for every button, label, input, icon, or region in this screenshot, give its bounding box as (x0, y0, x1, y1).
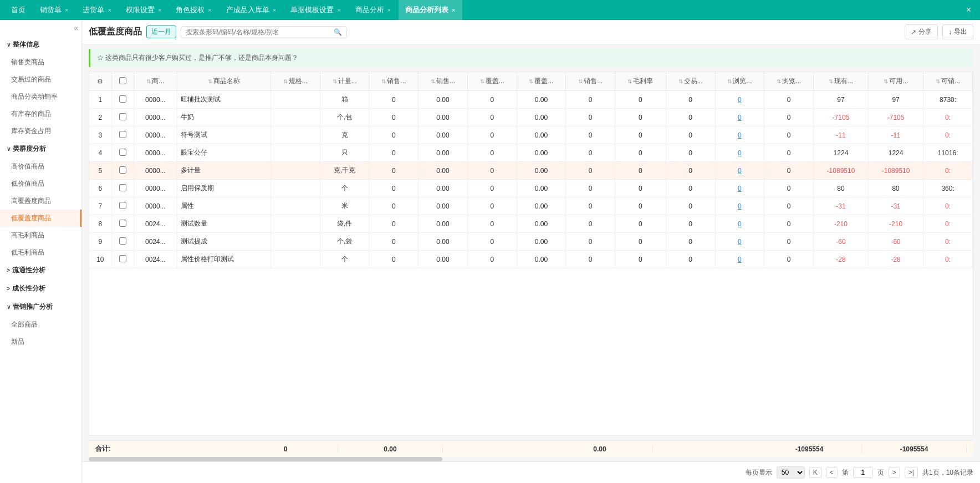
nav-close-icon[interactable]: × (108, 7, 111, 13)
row-select-checkbox[interactable] (119, 255, 126, 262)
export-btn[interactable]: ↓ 导出 (942, 24, 973, 39)
nav-item-商品分析列表[interactable]: 商品分析列表× (399, 0, 462, 20)
col-header-settings[interactable]: ⚙ (89, 72, 111, 91)
last-page-btn[interactable]: >| (905, 467, 918, 478)
row-select-checkbox[interactable] (119, 237, 126, 245)
scrollbar-thumb[interactable] (89, 457, 442, 461)
nav-item-进货单[interactable]: 进货单× (76, 0, 118, 20)
row-browse1[interactable]: 0 (715, 162, 764, 180)
row-checkbox[interactable] (111, 109, 134, 126)
row-select-checkbox[interactable] (119, 184, 126, 191)
next-page-btn[interactable]: > (889, 467, 900, 478)
col-header-browse2[interactable]: ⇅浏览... (764, 72, 814, 91)
select-all-checkbox[interactable] (119, 77, 126, 84)
row-checkbox[interactable] (111, 126, 134, 144)
first-page-btn[interactable]: K (809, 467, 821, 478)
row-select-checkbox[interactable] (119, 149, 126, 156)
nav-close-icon[interactable]: × (158, 7, 161, 13)
sidebar-collapse-btn[interactable]: « (0, 20, 81, 35)
prev-page-btn[interactable]: < (826, 467, 838, 478)
row-browse1[interactable]: 0 (715, 197, 764, 215)
nav-item-权限设置[interactable]: 权限设置× (119, 0, 168, 20)
sidebar-item-高价值商品[interactable]: 高价值商品 (0, 158, 81, 175)
sidebar-item-库存资金占用[interactable]: 库存资金占用 (0, 123, 81, 140)
row-browse1[interactable]: 0 (715, 233, 764, 251)
page-number-input[interactable] (853, 467, 873, 478)
sidebar-item-低价值商品[interactable]: 低价值商品 (0, 175, 81, 192)
col-header-sales_rate[interactable]: ⇅销售... (566, 72, 615, 91)
row-browse1[interactable]: 0 (715, 180, 764, 197)
sidebar-item-全部商品[interactable]: 全部商品 (0, 316, 81, 333)
page-size-select[interactable]: 2050100200 (777, 466, 805, 479)
row-select-checkbox[interactable] (119, 202, 126, 209)
filter-recent-month-btn[interactable]: 近一月 (146, 26, 176, 38)
sidebar-item-商品分类动销率[interactable]: 商品分类动销率 (0, 88, 81, 105)
row-checkbox[interactable] (111, 251, 134, 268)
nav-item-销货单[interactable]: 销货单× (33, 0, 75, 20)
nav-close-icon[interactable]: × (208, 7, 211, 13)
row-checkbox[interactable] (111, 233, 134, 251)
row-browse1[interactable]: 0 (715, 144, 764, 162)
table-wrapper[interactable]: ⚙⇅商...⇅商品名称⇅规格...⇅计量...⇅销售...⇅销售...⇅覆盖..… (89, 72, 973, 436)
nav-item-角色授权[interactable]: 角色授权× (169, 0, 218, 20)
col-header-trade[interactable]: ⇅交易... (666, 72, 715, 91)
row-browse1[interactable]: 0 (715, 126, 764, 144)
sidebar-item-新品[interactable]: 新品 (0, 333, 81, 350)
col-header-coverage1[interactable]: ⇅覆盖... (467, 72, 517, 91)
nav-close-icon[interactable]: × (387, 7, 391, 13)
row-browse1[interactable]: 0 (715, 215, 764, 233)
sidebar-item-高覆盖度商品[interactable]: 高覆盖度商品 (0, 192, 81, 210)
row-select-checkbox[interactable] (119, 113, 126, 120)
nav-item-商品分析[interactable]: 商品分析× (349, 0, 397, 20)
sidebar-item-有库存的商品[interactable]: 有库存的商品 (0, 105, 81, 123)
col-header-spec[interactable]: ⇅规格... (271, 72, 320, 91)
sidebar-item-低毛利商品[interactable]: 低毛利商品 (0, 244, 81, 261)
search-input[interactable] (186, 28, 331, 36)
sidebar-section-成长性分析[interactable]: >成长性分析 (0, 279, 81, 298)
sidebar-section-营销推广分析[interactable]: ∨营销推广分析 (0, 298, 81, 316)
share-btn[interactable]: ↗ 分享 (905, 24, 938, 39)
col-header-sales_amount[interactable]: ⇅销售... (418, 72, 468, 91)
row-checkbox[interactable] (111, 144, 134, 162)
row-browse1[interactable]: 0 (715, 91, 764, 109)
nav-item-首页[interactable]: 首页 (4, 0, 32, 20)
col-header-unit[interactable]: ⇅计量... (320, 72, 369, 91)
nav-close-icon[interactable]: × (65, 7, 68, 13)
horizontal-scrollbar[interactable] (89, 457, 973, 461)
sidebar-section-类群度分析[interactable]: ∨类群度分析 (0, 140, 81, 158)
row-checkbox[interactable] (111, 215, 134, 233)
col-header-saleable[interactable]: ⇅可销... (923, 72, 973, 91)
row-select-checkbox[interactable] (119, 131, 126, 138)
row-checkbox[interactable] (111, 197, 134, 215)
row-checkbox[interactable] (111, 180, 134, 197)
col-header-coverage2[interactable]: ⇅覆盖... (517, 72, 566, 91)
row-checkbox[interactable] (111, 91, 134, 109)
sidebar-item-交易过的商品[interactable]: 交易过的商品 (0, 71, 81, 88)
row-select-checkbox[interactable] (119, 166, 126, 174)
row-browse1[interactable]: 0 (715, 109, 764, 126)
row-select-checkbox[interactable] (119, 220, 126, 227)
nav-item-产成品入库单[interactable]: 产成品入库单× (220, 0, 283, 20)
settings-icon[interactable]: ⚙ (97, 78, 103, 85)
col-header-available_stock[interactable]: ⇅可用... (869, 72, 923, 91)
nav-close-icon[interactable]: × (452, 7, 455, 13)
search-icon[interactable]: 🔍 (334, 28, 342, 36)
col-header-code[interactable]: ⇅商... (134, 72, 177, 91)
row-checkbox[interactable] (111, 162, 134, 180)
col-header-gross_margin[interactable]: ⇅毛利率 (615, 72, 666, 91)
row-select-checkbox[interactable] (119, 95, 126, 103)
sidebar-item-销售类商品[interactable]: 销售类商品 (0, 54, 81, 71)
sidebar-section-整体信息[interactable]: ∨整体信息 (0, 35, 81, 54)
col-header-checkbox[interactable] (111, 72, 134, 91)
col-header-browse1[interactable]: ⇅浏览... (715, 72, 764, 91)
nav-close-icon[interactable]: × (337, 7, 340, 13)
nav-close-icon[interactable]: × (273, 7, 276, 13)
sidebar-item-高毛利商品[interactable]: 高毛利商品 (0, 227, 81, 244)
close-all-btn[interactable]: × (962, 5, 976, 15)
col-header-name[interactable]: ⇅商品名称 (177, 72, 271, 91)
col-header-current_stock[interactable]: ⇅现有... (813, 72, 868, 91)
row-browse1[interactable]: 0 (715, 251, 764, 268)
nav-item-单据模板设置[interactable]: 单据模板设置× (284, 0, 347, 20)
sidebar-item-低覆盖度商品[interactable]: 低覆盖度商品 (0, 210, 81, 227)
sidebar-section-流通性分析[interactable]: >流通性分析 (0, 261, 81, 279)
